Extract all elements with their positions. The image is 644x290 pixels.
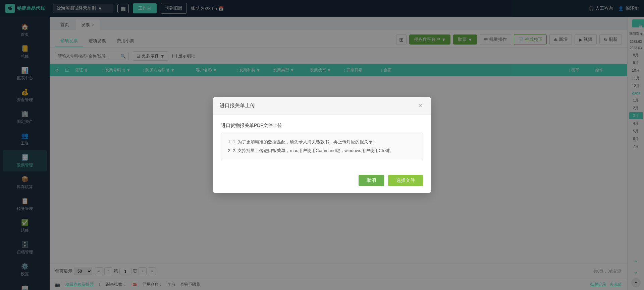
modal-overlay[interactable]: 进口报关单上传 ✕ 进口货物报关单PDF文件上传 1. 为了更加精准的数据匹配，… bbox=[0, 0, 644, 290]
modal-cancel-btn[interactable]: 取消 bbox=[359, 175, 384, 186]
upload-section-title: 进口货物报关单PDF文件上传 bbox=[221, 123, 423, 129]
modal-title: 进口报关单上传 bbox=[220, 102, 255, 109]
modal-close-btn[interactable]: ✕ bbox=[416, 102, 424, 110]
instruction-2: 2. 支持批量上传进口报关单，mac用户使用Command键，windows用户… bbox=[233, 146, 417, 155]
upload-info-box: 1. 为了更加精准的数据匹配，请先录入海关缴款书，再上传对应的报关单； 2. 支… bbox=[221, 133, 423, 160]
instruction-1: 1. 为了更加精准的数据匹配，请先录入海关缴款书，再上传对应的报关单； bbox=[233, 138, 417, 146]
modal-select-file-btn[interactable]: 选择文件 bbox=[388, 175, 423, 186]
modal-header: 进口报关单上传 ✕ bbox=[213, 97, 431, 115]
modal-footer: 取消 选择文件 bbox=[213, 171, 431, 193]
upload-instructions: 1. 为了更加精准的数据匹配，请先录入海关缴款书，再上传对应的报关单； 2. 支… bbox=[227, 138, 417, 155]
import-customs-modal: 进口报关单上传 ✕ 进口货物报关单PDF文件上传 1. 为了更加精准的数据匹配，… bbox=[213, 97, 431, 193]
modal-body: 进口货物报关单PDF文件上传 1. 为了更加精准的数据匹配，请先录入海关缴款书，… bbox=[213, 115, 431, 171]
